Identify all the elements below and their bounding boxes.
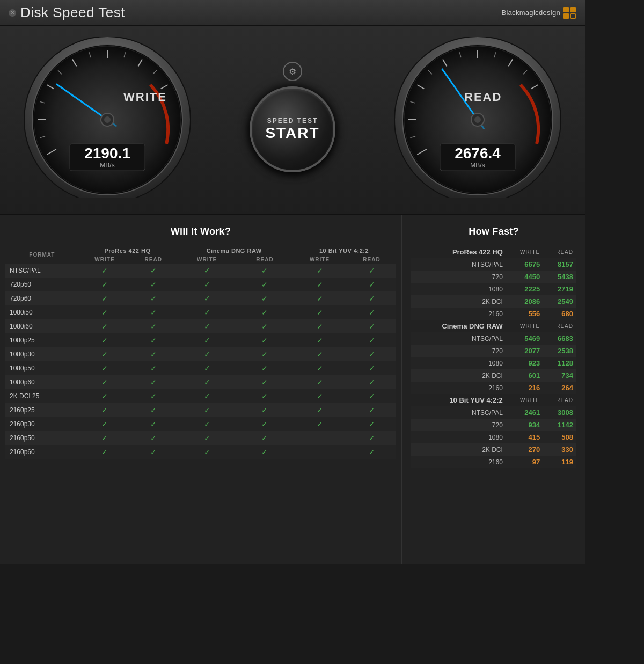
check-cell: ✓	[79, 291, 130, 305]
format-name: 720p50	[5, 278, 79, 291]
hf-write-val: 556	[506, 308, 543, 320]
check-cell: ✓	[238, 403, 292, 417]
hf-group-title: 10 Bit YUV 4:2:2WRITEREAD	[411, 394, 576, 406]
write-gauge: WRITE 2190.1 MB/s	[16, 37, 199, 198]
check-cell: ✓	[176, 291, 238, 305]
hf-label: NTSC/PAL	[411, 406, 506, 419]
bmd-sq3	[564, 13, 569, 19]
check-cell: ✓	[238, 305, 292, 319]
hf-write-val: 270	[506, 443, 543, 456]
hf-read-val: 264	[543, 382, 576, 394]
hf-group-title: ProRes 422 HQWRITEREAD	[411, 246, 576, 258]
hf-write-val: 415	[506, 431, 543, 443]
list-item: 720 4450 5438	[411, 271, 576, 283]
check-cell: ✓	[130, 278, 176, 291]
check-cell: ✓	[347, 264, 396, 278]
list-item: 1080 2225 2719	[411, 283, 576, 295]
table-row: 720p50✓✓✓✓✓✓	[5, 278, 396, 291]
settings-icon[interactable]: ⚙	[283, 62, 302, 81]
check-cell: ✓	[130, 291, 176, 305]
bmd-sq1	[564, 7, 569, 12]
check-cell: ✓	[176, 389, 238, 403]
title-bar: ✕ Disk Speed Test Blackmagicdesign	[0, 0, 585, 26]
how-fast-title: How Fast?	[411, 226, 576, 237]
yuv-write-header: WRITE	[292, 256, 347, 264]
cdng-read-header: READ	[238, 256, 292, 264]
table-row: 1080p60✓✓✓✓✓✓	[5, 375, 396, 389]
hf-label: 2160	[411, 456, 506, 468]
hf-label: 1080	[411, 357, 506, 369]
check-cell: ✓	[347, 319, 396, 333]
check-cell: ✓	[238, 445, 292, 459]
table-row: 1080p30✓✓✓✓✓✓	[5, 347, 396, 361]
bmd-sq4	[570, 13, 576, 19]
check-cell: ✓	[130, 431, 176, 445]
hf-read-val: 2538	[543, 345, 576, 357]
check-cell: ✓	[130, 389, 176, 403]
prores-read-header: READ	[130, 256, 176, 264]
format-name: 2160p25	[5, 403, 79, 417]
check-cell: ✓	[79, 264, 130, 278]
check-cell: ✓	[130, 347, 176, 361]
check-cell: ✓	[79, 417, 130, 431]
check-cell: ✓	[130, 417, 176, 431]
check-cell: ✓	[79, 403, 130, 417]
format-name: 2K DCI 25	[5, 389, 79, 403]
check-cell: ✓	[79, 319, 130, 333]
hf-read-val: 508	[543, 431, 576, 443]
svg-text:READ: READ	[464, 90, 502, 104]
check-cell: ✓	[347, 347, 396, 361]
check-cell: ✓	[79, 445, 130, 459]
hf-label: 1080	[411, 431, 506, 443]
check-cell: ✓	[292, 278, 347, 291]
check-cell: ✓	[130, 445, 176, 459]
hf-read-val: 680	[543, 308, 576, 320]
check-cell: ✓	[347, 417, 396, 431]
check-cell: ✓	[238, 417, 292, 431]
check-cell: ✓	[176, 278, 238, 291]
check-cell: ✓	[79, 389, 130, 403]
list-item: 720 934 1142	[411, 419, 576, 431]
check-cell: ✓	[79, 361, 130, 375]
close-button[interactable]: ✕	[9, 9, 16, 17]
list-item: 720 2077 2538	[411, 345, 576, 357]
list-item: NTSC/PAL 5469 6683	[411, 332, 576, 345]
svg-text:2190.1: 2190.1	[84, 145, 130, 162]
hf-read-val: 6683	[543, 332, 576, 345]
table-row: 2160p50✓✓✓✓✓	[5, 431, 396, 445]
will-it-work-panel: Will It Work? FORMAT ProRes 422 HQ Cinem…	[0, 215, 402, 564]
prores-write-header: WRITE	[79, 256, 130, 264]
check-cell: ✓	[176, 361, 238, 375]
svg-text:2676.4: 2676.4	[455, 145, 501, 162]
table-row: NTSC/PAL✓✓✓✓✓✓	[5, 264, 396, 278]
check-cell: ✓	[238, 278, 292, 291]
hf-label: 2K DCI	[411, 369, 506, 382]
start-button[interactable]: SPEED TEST START	[250, 86, 335, 172]
list-item: 2160 216 264	[411, 382, 576, 394]
brand-icon	[564, 7, 576, 19]
hf-write-val: 2461	[506, 406, 543, 419]
check-cell: ✓	[238, 389, 292, 403]
format-name: 1080p30	[5, 347, 79, 361]
hf-group-title: Cinema DNG RAWWRITEREAD	[411, 320, 576, 332]
how-fast-panel: How Fast? ProRes 422 HQWRITEREAD NTSC/PA…	[402, 215, 585, 564]
check-cell: ✓	[176, 431, 238, 445]
table-row: 1080i50✓✓✓✓✓✓	[5, 305, 396, 319]
hf-label: NTSC/PAL	[411, 332, 506, 345]
check-cell: ✓	[79, 278, 130, 291]
list-item: NTSC/PAL 2461 3008	[411, 406, 576, 419]
table-row: 1080p25✓✓✓✓✓✓	[5, 333, 396, 347]
check-cell: ✓	[176, 445, 238, 459]
yuv-header: 10 Bit YUV 4:2:2	[292, 246, 396, 256]
hf-label: 720	[411, 419, 506, 431]
hf-read-val: 1128	[543, 357, 576, 369]
check-cell: ✓	[176, 333, 238, 347]
check-cell: ✓	[130, 305, 176, 319]
hf-write-val: 923	[506, 357, 543, 369]
start-top-label: SPEED TEST	[267, 117, 318, 125]
list-item: 2K DCI 601 734	[411, 369, 576, 382]
hf-read-val: 5438	[543, 271, 576, 283]
check-cell: ✓	[176, 305, 238, 319]
check-cell: ✓	[238, 333, 292, 347]
brand-logo: Blackmagicdesign	[501, 7, 576, 19]
